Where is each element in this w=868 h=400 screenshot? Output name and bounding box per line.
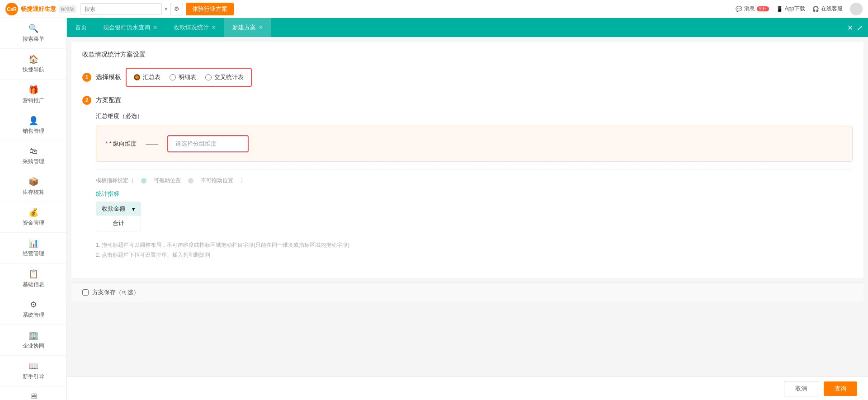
tab-bank[interactable]: 现金银行流水查询 ✕ — [95, 18, 165, 37]
tab-expand-button[interactable]: ⤢ — [857, 24, 863, 32]
gift-icon: 🎁 — [28, 85, 38, 95]
breadcrumb-arrow-icon: ▾ — [165, 5, 168, 12]
dimension-select[interactable]: 请选择分组维度 — [167, 135, 249, 152]
online-support-button[interactable]: 🎧 在线客服 — [812, 5, 843, 13]
vertical-dimension-label: * * 纵向维度 — [105, 140, 137, 148]
support-icon: 🎧 — [812, 6, 819, 12]
dimension-arrow-icon: —— — [146, 140, 158, 147]
tab-stats-close-icon[interactable]: ✕ — [212, 24, 216, 31]
logo-badge: 标准版 — [59, 5, 76, 13]
home-icon: 🏠 — [28, 54, 38, 64]
message-icon: 💬 — [736, 6, 742, 12]
content-area: 首页 现金银行流水查询 ✕ 收款情况统计 ✕ 新建方案 ✕ ✕ ⤢ 收 — [67, 18, 868, 400]
sidebar-item-search[interactable]: 🔍 搜索菜单 — [0, 18, 66, 49]
tip-1: 1. 拖动标题栏可以调整布局，不可跨维度或指标区域拖动栏目字段(只能在同一维度或… — [96, 240, 853, 250]
breadcrumb-area: ▾ ⚙ 体验行业方案 — [80, 3, 731, 15]
radio-summary[interactable]: 汇总表 — [134, 73, 160, 81]
section-1-number: 1 — [82, 73, 91, 82]
sidebar-item-finance[interactable]: 💰 资金管理 — [0, 202, 66, 233]
sidebar-item-operations[interactable]: 📊 经营管理 — [0, 233, 66, 264]
stats-card: 收款金额 ▾ 合计 — [96, 202, 141, 231]
sidebar-item-basic[interactable]: 📋 基础信息 — [0, 264, 66, 294]
sidebar-item-inventory[interactable]: 📦 库存核算 — [0, 171, 66, 202]
sidebar-item-sales[interactable]: 👤 销售管理 — [0, 110, 66, 141]
sidebar-item-enterprise[interactable]: 🏢 企业协同 — [0, 325, 66, 356]
notifications-badge: 99+ — [757, 6, 769, 11]
page-title: 收款情况统计方案设置 — [82, 51, 853, 59]
sidebar-item-marketing[interactable]: 🎁 营销推广 — [0, 80, 66, 110]
user-icon: 👤 — [28, 116, 38, 126]
non-draggable-badge — [188, 178, 193, 184]
chart-icon: 📊 — [28, 238, 38, 248]
logo-icon: CaR — [5, 3, 18, 15]
breadcrumb-input[interactable] — [80, 3, 162, 15]
section-config: 2 方案配置 汇总维度（必选） * * 纵向维度 — [82, 96, 853, 260]
nav-tabs: 首页 现金银行流水查询 ✕ 收款情况统计 ✕ 新建方案 ✕ ✕ ⤢ — [67, 18, 868, 37]
building-icon: 🏢 — [28, 330, 38, 340]
section-2-number: 2 — [82, 96, 91, 105]
radio-detail[interactable]: 明细表 — [170, 73, 196, 81]
bottom-actions: 取消 查询 — [67, 376, 868, 400]
sidebar-item-hardware[interactable]: 🖥 智能硬件 — [0, 386, 66, 400]
search-icon: 🔍 — [28, 24, 38, 33]
dimension-grid: * * 纵向维度 —— 请选择分组维度 — [96, 126, 853, 162]
radio-cross[interactable]: 交叉统计表 — [205, 73, 244, 81]
indicators-label-row: 模板指标设定（ 可拖动位置 不可拖动位置 ） — [96, 177, 853, 184]
radio-summary-label: 汇总表 — [143, 73, 160, 81]
section-template-header: 1 选择模板 汇总表 明细表 — [82, 68, 853, 87]
stats-card-body: 合计 — [96, 216, 141, 231]
sidebar-item-system[interactable]: ⚙ 系统管理 — [0, 294, 66, 325]
template-selector: 汇总表 明细表 交叉统计表 — [126, 68, 252, 87]
tab-home[interactable]: 首页 — [67, 18, 95, 37]
stats-card-header-text: 收款金额 — [102, 205, 125, 213]
dimension-group-title: 汇总维度（必选） — [96, 112, 853, 120]
tips-section: 1. 拖动标题栏可以调整布局，不可跨维度或指标区域拖动栏目字段(只能在同一维度或… — [96, 240, 853, 260]
save-checkbox[interactable] — [82, 289, 89, 296]
shopping-icon: 🛍 — [29, 146, 38, 156]
sidebar-item-purchase[interactable]: 🛍 采购管理 — [0, 141, 66, 171]
save-option: 方案保存（可选） — [71, 282, 863, 302]
notifications-button[interactable]: 💬 消息 99+ — [736, 5, 769, 13]
radio-detail-label: 明细表 — [179, 73, 196, 81]
section-config-header: 2 方案配置 — [82, 96, 853, 105]
radio-cross-label: 交叉统计表 — [214, 73, 244, 81]
tab-close-all-button[interactable]: ✕ — [847, 24, 853, 32]
settings-button[interactable]: ⚙ — [170, 3, 183, 15]
cancel-button[interactable]: 取消 — [784, 381, 818, 396]
form-card: 收款情况统计方案设置 1 选择模板 汇总表 — [71, 42, 863, 278]
sidebar-item-quicknav[interactable]: 🏠 快捷导航 — [0, 49, 66, 80]
sidebar-item-guide[interactable]: 📖 新手引导 — [0, 356, 66, 386]
top-bar: CaR 畅捷通好生意 标准版 ▾ ⚙ 体验行业方案 💬 消息 99+ 📱 App… — [0, 0, 868, 18]
monitor-icon: 🖥 — [29, 392, 38, 400]
main-layout: 🔍 搜索菜单 🏠 快捷导航 🎁 营销推广 👤 销售管理 🛍 采购管理 📦 库存核… — [0, 18, 868, 400]
draggable-badge — [141, 178, 146, 184]
clipboard-icon: 📋 — [28, 269, 38, 279]
app-download-button[interactable]: 📱 App下载 — [776, 5, 805, 13]
section-template: 1 选择模板 汇总表 明细表 — [82, 68, 853, 87]
tab-actions: ✕ ⤢ — [842, 24, 868, 32]
stats-card-header[interactable]: 收款金额 ▾ — [96, 202, 141, 216]
dropdown-icon: ▾ — [132, 206, 135, 212]
industry-button[interactable]: 体验行业方案 — [186, 3, 234, 15]
tab-new-close-icon[interactable]: ✕ — [259, 24, 263, 31]
money-icon: 💰 — [28, 207, 38, 217]
tip-2: 2. 点击标题栏下拉可设置排序、插入列和删除列 — [96, 250, 853, 260]
logo-text: 畅捷通好生意 — [21, 5, 56, 13]
tab-bank-close-icon[interactable]: ✕ — [153, 24, 157, 31]
save-label: 方案保存（可选） — [92, 288, 139, 296]
indicators-section: 模板指标设定（ 可拖动位置 不可拖动位置 ） 统计指标 收款金额 — [96, 169, 853, 231]
tab-stats[interactable]: 收款情况统计 ✕ — [165, 18, 224, 37]
top-right-area: 💬 消息 99+ 📱 App下载 🎧 在线客服 — [736, 3, 863, 15]
book-icon: 📖 — [28, 361, 38, 371]
logo: CaR 畅捷通好生意 标准版 — [5, 3, 76, 15]
section-1-title: 选择模板 — [96, 73, 121, 81]
box-icon: 📦 — [28, 177, 38, 187]
query-button[interactable]: 查询 — [824, 381, 857, 396]
tab-new[interactable]: 新建方案 ✕ — [224, 18, 271, 37]
user-avatar[interactable] — [850, 3, 863, 15]
section-2-title: 方案配置 — [96, 96, 121, 104]
dimension-row: * * 纵向维度 —— 请选择分组维度 — [105, 135, 843, 152]
page-content: 收款情况统计方案设置 1 选择模板 汇总表 — [67, 37, 868, 376]
sidebar: 🔍 搜索菜单 🏠 快捷导航 🎁 营销推广 👤 销售管理 🛍 采购管理 📦 库存核… — [0, 18, 67, 400]
stats-section-title: 统计指标 — [96, 190, 853, 198]
